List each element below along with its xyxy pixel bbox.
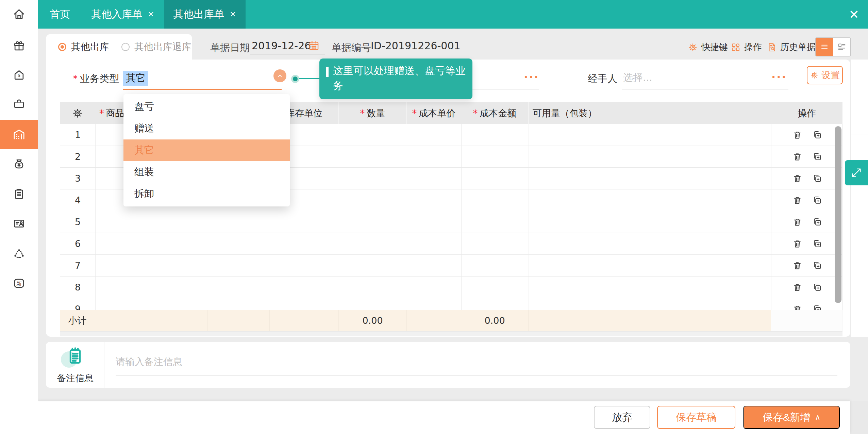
business-type-input[interactable]: 其它 — [123, 71, 148, 86]
dropdown-option-selected[interactable]: 其它 — [123, 139, 290, 161]
copy-row-icon[interactable] — [812, 195, 822, 205]
sidebar-item-money[interactable] — [0, 156, 38, 171]
tab-close-icon[interactable]: ✕ — [148, 10, 154, 19]
delete-row-icon[interactable] — [792, 261, 802, 271]
sidebar-item-warehouse-active[interactable] — [0, 120, 38, 149]
cell-quantity[interactable] — [339, 277, 407, 298]
cell-unit[interactable] — [270, 233, 339, 254]
cell-cost-amount[interactable] — [462, 233, 529, 254]
cell[interactable] — [208, 255, 270, 276]
tab-home[interactable]: 首页 — [38, 0, 82, 29]
sidebar-item-home[interactable] — [0, 7, 38, 22]
cell-quantity[interactable] — [339, 233, 407, 254]
cell-quantity[interactable] — [339, 211, 407, 233]
cell-cost-amount[interactable] — [462, 277, 529, 298]
delete-row-icon[interactable] — [792, 152, 802, 162]
cell-cost-amount[interactable] — [462, 211, 529, 233]
view-toggle-list-active[interactable] — [816, 38, 833, 56]
cell-available[interactable] — [529, 233, 771, 254]
operations-button[interactable]: 操作 — [731, 41, 762, 53]
horizontal-scrollbar[interactable] — [60, 332, 842, 336]
cell-unit[interactable] — [270, 211, 339, 233]
cell-unit-cost[interactable] — [407, 298, 462, 310]
radio-other-outbound-return[interactable] — [121, 43, 130, 51]
doc-date-value[interactable]: 2019-12-26 — [252, 40, 311, 52]
copy-row-icon[interactable] — [812, 152, 822, 162]
dropdown-option[interactable]: 拆卸 — [123, 183, 290, 205]
cell[interactable] — [208, 298, 270, 310]
cell-quantity[interactable] — [339, 298, 407, 310]
sidebar-item-report[interactable] — [0, 216, 38, 231]
cell-product[interactable] — [96, 255, 208, 276]
sidebar-item-purchase[interactable] — [0, 96, 38, 111]
dropdown-option[interactable]: 赠送 — [123, 118, 290, 139]
copy-row-icon[interactable] — [812, 304, 822, 310]
save-and-new-button[interactable]: 保存&新增 ∧ — [743, 406, 840, 429]
cell-unit-cost[interactable] — [407, 168, 462, 189]
discard-button[interactable]: 放弃 — [594, 406, 650, 429]
gear-icon[interactable] — [72, 107, 83, 119]
settings-button[interactable]: 设置 — [807, 66, 843, 84]
delete-row-icon[interactable] — [792, 195, 802, 205]
middle-field-more-link[interactable]: ... — [524, 68, 539, 81]
cell-unit-cost[interactable] — [407, 146, 462, 167]
delete-row-icon[interactable] — [792, 130, 802, 140]
copy-row-icon[interactable] — [812, 173, 822, 184]
cell-unit[interactable] — [270, 277, 339, 298]
history-docs-button[interactable]: 历史单据 — [767, 41, 816, 53]
radio-other-outbound-selected[interactable] — [58, 43, 66, 51]
cell-available[interactable] — [529, 189, 771, 211]
cell-product[interactable] — [96, 211, 208, 233]
radio-label-selected[interactable]: 其他出库 — [71, 40, 109, 53]
cell-cost-amount[interactable] — [462, 255, 529, 276]
view-toggle-card[interactable] — [833, 38, 850, 56]
handler-more-link[interactable]: ... — [771, 68, 787, 81]
tab-other-inbound[interactable]: 其他入库单 ✕ — [82, 0, 164, 29]
sidebar-item-gift[interactable] — [0, 38, 38, 53]
cell-cost-amount[interactable] — [462, 124, 529, 146]
cell-unit-cost[interactable] — [407, 189, 462, 211]
sidebar-item-new[interactable]: 新 — [0, 276, 38, 291]
dropdown-option[interactable]: 组装 — [123, 161, 290, 183]
cell-cost-amount[interactable] — [462, 298, 529, 310]
delete-row-icon[interactable] — [792, 239, 802, 249]
tab-close-icon[interactable]: ✕ — [230, 10, 236, 19]
dropdown-collapse-button[interactable] — [273, 69, 286, 82]
delete-row-icon[interactable] — [792, 282, 802, 293]
cell-available[interactable] — [529, 298, 771, 310]
sidebar-item-share[interactable] — [0, 246, 38, 261]
radio-label-unselected[interactable]: 其他出库退库 — [134, 40, 191, 53]
cell-unit[interactable] — [270, 298, 339, 310]
sidebar-item-sales[interactable]: $ — [0, 67, 38, 82]
cell[interactable] — [208, 233, 270, 254]
fullscreen-expand-button[interactable] — [845, 160, 868, 185]
cell-unit[interactable] — [270, 255, 339, 276]
copy-row-icon[interactable] — [812, 217, 822, 227]
calendar-icon[interactable] — [308, 40, 320, 51]
copy-row-icon[interactable] — [812, 239, 822, 249]
save-draft-button[interactable]: 保存草稿 — [657, 406, 735, 429]
cell-unit-cost[interactable] — [407, 277, 462, 298]
cell-available[interactable] — [529, 255, 771, 276]
copy-row-icon[interactable] — [812, 282, 822, 293]
delete-row-icon[interactable] — [792, 173, 802, 184]
cell-quantity[interactable] — [339, 189, 407, 211]
cell-available[interactable] — [529, 146, 771, 167]
cell-available[interactable] — [529, 168, 771, 189]
cell[interactable] — [208, 211, 270, 233]
cell-unit-cost[interactable] — [407, 233, 462, 254]
remark-input[interactable] — [116, 356, 422, 367]
delete-row-icon[interactable] — [792, 217, 802, 227]
window-close-icon[interactable]: ✕ — [849, 0, 859, 29]
vertical-scrollbar-thumb[interactable] — [835, 126, 841, 303]
cell-available[interactable] — [529, 277, 771, 298]
cell-available[interactable] — [529, 124, 771, 146]
dropdown-option[interactable]: 盘亏 — [123, 96, 290, 118]
delete-row-icon[interactable] — [792, 304, 802, 310]
cell-available[interactable] — [529, 211, 771, 233]
cell-unit-cost[interactable] — [407, 124, 462, 146]
cell-quantity[interactable] — [339, 146, 407, 167]
copy-row-icon[interactable] — [812, 130, 822, 140]
cell-product[interactable] — [96, 277, 208, 298]
cell-cost-amount[interactable] — [462, 146, 529, 167]
